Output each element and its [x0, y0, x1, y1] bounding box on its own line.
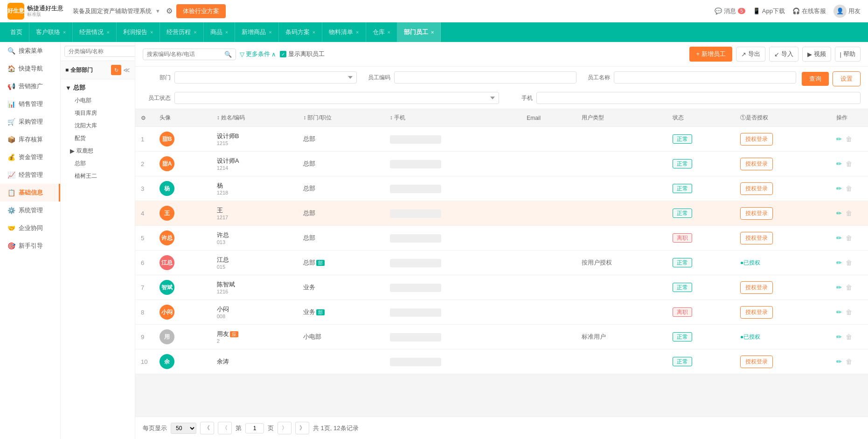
emp-code-filter-input[interactable] — [394, 71, 576, 84]
tree-node-xmkf[interactable]: 项目库房 — [61, 107, 135, 119]
tree-node-zongbu[interactable]: 总部 — [61, 157, 135, 170]
sidebar-item-marketing[interactable]: 📢 营销推广 — [0, 77, 60, 95]
auth-login-button[interactable]: 授权登录 — [740, 232, 773, 244]
phone-filter-input[interactable] — [536, 92, 861, 104]
dept-filter-select[interactable] — [174, 71, 357, 84]
tab-close-icon[interactable]: × — [431, 29, 434, 35]
delete-button[interactable]: 🗑 — [846, 135, 852, 143]
sidebar-item-finance[interactable]: 💰 资金管理 — [0, 148, 60, 166]
tab-close-icon[interactable]: × — [150, 29, 153, 35]
auth-login-button[interactable]: 授权登录 — [740, 133, 773, 146]
edit-button[interactable]: ✏ — [836, 135, 842, 143]
auth-login-button[interactable]: 授权登录 — [740, 182, 773, 195]
tab-department[interactable]: 部门员工 × — [397, 22, 441, 42]
sidebar-item-purchase[interactable]: 🛒 采购管理 — [0, 113, 60, 131]
tab-close-icon[interactable]: × — [194, 29, 196, 35]
delete-button[interactable]: 🗑 — [846, 160, 852, 167]
gear-icon[interactable]: ⚙ — [166, 7, 173, 15]
sidebar-item-sales[interactable]: 📊 销售管理 — [0, 95, 60, 113]
col-dept-header[interactable]: ↕ 部门/职位 — [298, 109, 384, 127]
view-button[interactable]: ▶ 视频 — [802, 47, 831, 62]
tab-profit[interactable]: 利润报告 × — [117, 22, 160, 42]
emp-name-filter-input[interactable] — [614, 71, 796, 84]
delete-button[interactable]: 🗑 — [846, 234, 852, 242]
tab-new-goods[interactable]: 新增商品 × — [235, 22, 278, 42]
sidebar-item-system[interactable]: ⚙️ 系统管理 — [0, 202, 60, 219]
tree-node-zhishu[interactable]: 植树王二 — [61, 170, 135, 182]
delete-button[interactable]: 🗑 — [846, 284, 852, 291]
auth-login-button[interactable]: 授权登录 — [740, 281, 773, 294]
tab-close-icon[interactable]: × — [63, 29, 66, 35]
sidebar-item-collab[interactable]: 🤝 企业协同 — [0, 219, 60, 237]
tree-node-peihuo[interactable]: 配货 — [61, 132, 135, 145]
edit-button[interactable]: ✏ — [836, 284, 842, 291]
query-button[interactable]: 查询 — [802, 72, 829, 86]
delete-button[interactable]: 🗑 — [846, 308, 852, 316]
show-leaving-toggle[interactable]: ✓ 显示离职员工 — [280, 50, 325, 58]
user-profile[interactable]: 👤 用友 — [833, 5, 861, 18]
tab-close-icon[interactable]: × — [388, 29, 390, 35]
tree-node-headquarters-group[interactable]: ▼ 总部 — [61, 81, 135, 94]
auth-login-button[interactable]: 授权登录 — [740, 207, 773, 220]
sidebar-item-basic[interactable]: 📋 基础信息 — [0, 184, 60, 202]
tab-history[interactable]: 经营历程 × — [160, 22, 203, 42]
edit-button[interactable]: ✏ — [836, 160, 842, 167]
tab-customer[interactable]: 客户联络 × — [29, 22, 73, 42]
tab-operation[interactable]: 经营情况 × — [73, 22, 116, 42]
add-employee-button[interactable]: + 新增员工 — [689, 47, 732, 62]
app-download-btn[interactable]: 📱 App下载 — [753, 7, 785, 15]
tree-refresh-button[interactable]: ↻ — [111, 65, 121, 75]
tab-close-icon[interactable]: × — [225, 29, 228, 35]
edit-button[interactable]: ✏ — [836, 209, 842, 217]
page-number-input[interactable] — [245, 423, 264, 433]
tree-collapse-icon[interactable]: ≪ — [123, 66, 130, 74]
set-button[interactable]: 设置 — [833, 71, 861, 86]
help-button[interactable]: | 帮助 — [835, 47, 861, 62]
edit-button[interactable]: ✏ — [836, 308, 842, 316]
more-filter-btn[interactable]: ▽ 更多条件 ∧ — [240, 50, 276, 58]
tab-goods[interactable]: 商品 × — [204, 22, 235, 42]
delete-button[interactable]: 🗑 — [846, 185, 852, 192]
dropdown-arrow-icon[interactable]: ▾ — [156, 7, 160, 14]
edit-button[interactable]: ✏ — [836, 259, 842, 266]
col-name-header[interactable]: ↕ 姓名/编码 — [211, 109, 298, 127]
search-input[interactable] — [147, 51, 224, 57]
tab-home[interactable]: 首页 — [4, 22, 29, 42]
prev-page-button[interactable]: 〈 — [218, 422, 232, 434]
auth-login-button[interactable]: 授权登录 — [740, 306, 773, 319]
tab-barcode[interactable]: 条码方案 × — [279, 22, 322, 42]
trial-button[interactable]: 体验行业方案 — [176, 4, 226, 18]
import-button[interactable]: ↙ 导入 — [769, 47, 799, 62]
tab-close-icon[interactable]: × — [106, 29, 109, 35]
sidebar-item-inventory[interactable]: 📦 库存核算 — [0, 131, 60, 148]
first-page-button[interactable]: 《 — [200, 422, 214, 434]
auth-login-button[interactable]: 授权登录 — [740, 158, 773, 170]
emp-status-filter-select[interactable] — [174, 92, 499, 104]
auth-login-button[interactable]: 授权登录 — [740, 355, 773, 368]
edit-button[interactable]: ✏ — [836, 185, 842, 192]
tree-node-shenyang[interactable]: 沈阳大库 — [61, 119, 135, 132]
tab-close-icon[interactable]: × — [269, 29, 271, 35]
edit-button[interactable]: ✏ — [836, 333, 842, 341]
sidebar-item-guide[interactable]: 🎯 新手引导 — [0, 237, 60, 255]
delete-button[interactable]: 🗑 — [846, 209, 852, 217]
col-settings-icon[interactable]: ⚙ — [135, 109, 154, 127]
delete-button[interactable]: 🗑 — [846, 358, 852, 365]
online-service-btn[interactable]: 🎧 在线客服 — [792, 7, 826, 15]
last-page-button[interactable]: 》 — [295, 422, 309, 434]
tree-node-shuanglu[interactable]: ▶双鹿想 — [61, 145, 135, 157]
next-page-button[interactable]: 〉 — [278, 422, 292, 434]
edit-button[interactable]: ✏ — [836, 358, 842, 365]
tab-close-icon[interactable]: × — [356, 29, 359, 35]
delete-button[interactable]: 🗑 — [846, 259, 852, 266]
sidebar-item-operation[interactable]: 📈 经营管理 — [0, 166, 60, 184]
tab-bom[interactable]: 物料清单 × — [322, 22, 366, 42]
tab-warehouse[interactable]: 仓库 × — [366, 22, 397, 42]
message-btn[interactable]: 💬 消息 5 — [715, 7, 745, 15]
export-button[interactable]: ↗ 导出 — [736, 47, 765, 62]
delete-button[interactable]: 🗑 — [846, 333, 852, 341]
tree-search-input[interactable] — [64, 46, 135, 57]
sidebar-item-search[interactable]: 🔍 搜索菜单 — [0, 42, 60, 60]
sidebar-item-nav[interactable]: 🏠 快捷导航 — [0, 60, 60, 77]
search-magnifier-icon[interactable]: 🔍 — [224, 51, 232, 58]
